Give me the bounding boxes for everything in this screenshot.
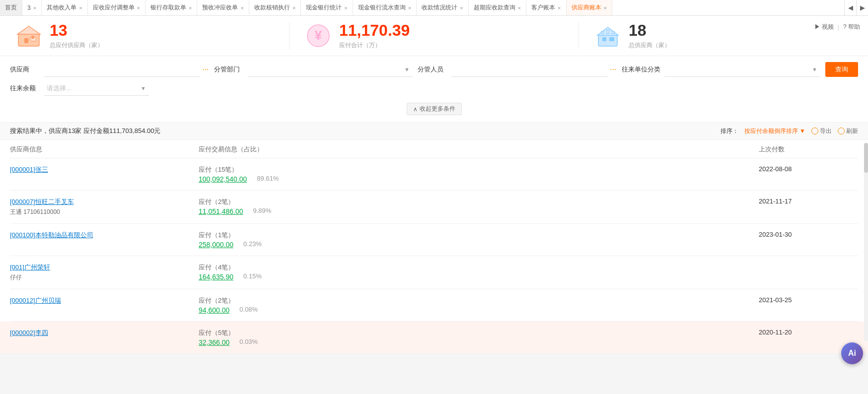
filter-row-2: 往来余额 请选择... ▼ <box>10 81 858 96</box>
tx-label-row5: 应付（2笔） <box>199 296 759 305</box>
svg-rect-7 <box>598 34 617 46</box>
close-tab-verify[interactable]: × <box>292 5 295 11</box>
nav-tab-customer-book[interactable]: 客户账本× <box>526 0 566 16</box>
refresh-button[interactable]: 刷新 <box>838 127 858 135</box>
nav-tab-bank[interactable]: 银行存取款单× <box>145 0 197 16</box>
nav-tab-cash-stat[interactable]: 现金银行统计× <box>301 0 353 16</box>
tx-amount-row6[interactable]: 32,366.00 <box>199 338 229 346</box>
nav-tab-other-income[interactable]: 其他收入单× <box>42 0 87 16</box>
result-actions: 排序： 按应付余额倒序排序 ▼ 导出 刷新 <box>721 127 858 135</box>
yen-icon-pink: ¥ <box>304 22 332 50</box>
stat-info-total-suppliers: 18总供应商（家） <box>629 22 670 50</box>
stat-info-payable-suppliers: 13总应付供应商（家） <box>50 22 103 50</box>
close-tab-cash-stat[interactable]: × <box>344 5 347 11</box>
collapse-bar: ∧ 收起更多条件 <box>10 100 858 116</box>
tx-label-row6: 应付（5笔） <box>199 328 759 337</box>
tx-amount-row5[interactable]: 94,600.00 <box>199 306 229 314</box>
balance-arrow: ▼ <box>141 85 146 91</box>
tx-amount-row1[interactable]: 100,092,540.00 <box>199 175 247 183</box>
supplier-name-row1[interactable]: [000001]张三 <box>10 166 48 173</box>
stat-number-total-suppliers: 18 <box>629 22 670 39</box>
collapse-chevron: ∧ <box>413 106 418 113</box>
help-link[interactable]: ? 帮助 <box>843 23 860 31</box>
transaction-col-row6: 应付（5笔）32,366.000.03% <box>199 328 759 346</box>
sort-label: 排序： <box>721 127 738 135</box>
dept-select[interactable]: ▼ <box>248 62 413 77</box>
supplier-name-row4[interactable]: [001]广州荣轩 <box>10 263 50 271</box>
tx-amount-row4[interactable]: 164,635.90 <box>199 273 233 281</box>
supplier-name-row3[interactable]: [000100]本特勒油品有限公司 <box>10 231 93 239</box>
transaction-col-row2: 应付（2笔）11,051,486.009.89% <box>199 197 759 215</box>
filter-category: 往来单位分类 ▼ <box>622 62 821 77</box>
nav-tab-verify[interactable]: 收款核销执行× <box>249 0 301 16</box>
close-tab-bank[interactable]: × <box>189 5 192 11</box>
export-button[interactable]: 导出 <box>811 127 832 135</box>
supplier-sub-row4: 仔仔 <box>10 273 199 282</box>
result-info: 搜索结果中，供应商13家 应付金额111,703,854.00元 <box>10 127 160 135</box>
nav-tab-prepay[interactable]: 预收冲应收单× <box>197 0 249 16</box>
person-dots[interactable]: ··· <box>610 65 616 74</box>
close-tab-customer-book[interactable]: × <box>558 5 561 11</box>
tx-label-row2: 应付（2笔） <box>199 197 759 206</box>
stat-label-payable-amount: 应付合计（万） <box>339 41 410 50</box>
top-right-links: ▶ 视频 | ? 帮助 <box>814 23 860 31</box>
tx-percent-row1: 89.61% <box>257 175 279 183</box>
supplier-name-row2[interactable]: [000007]恒旺二手叉车 <box>10 198 74 205</box>
nav-tab-cash-flow[interactable]: 现金银行流水查询× <box>353 0 417 16</box>
supplier-input[interactable] <box>44 62 200 77</box>
collapse-label: 收起更多条件 <box>420 105 455 113</box>
close-tab-adjust[interactable]: × <box>137 5 140 11</box>
filter-supplier: 供应商 ··· <box>10 62 209 77</box>
nav-tab-tab3[interactable]: 3× <box>22 0 42 16</box>
close-tab-receipt-stat[interactable]: × <box>460 5 463 11</box>
sort-value[interactable]: 按应付余额倒序排序 ▼ <box>744 127 805 135</box>
nav-tab-adjust[interactable]: 应收应付调整单× <box>88 0 145 16</box>
lastpay-col-row2: 2021-11-17 <box>759 197 858 205</box>
supplier-name-row6[interactable]: [000002]李四 <box>10 329 48 336</box>
balance-select[interactable]: 请选择... ▼ <box>44 81 149 96</box>
tx-percent-row3: 0.23% <box>243 240 262 249</box>
close-tab-supplier-book[interactable]: × <box>604 5 607 11</box>
close-tab-overdue[interactable]: × <box>518 5 521 11</box>
close-tab-other-income[interactable]: × <box>79 5 82 11</box>
stats-row: 13总应付供应商（家） ¥ 11,170.39应付合计（万） 18总供应商（家）… <box>0 16 868 56</box>
scrollbar[interactable] <box>864 143 868 341</box>
supplier-col-row6: [000002]李四 <box>10 328 199 337</box>
stat-info-payable-amount: 11,170.39应付合计（万） <box>339 22 410 50</box>
filter-person: 分管人员 ··· <box>418 62 617 77</box>
nav-tab-receipt-stat[interactable]: 收款情况统计× <box>417 0 468 16</box>
svg-text:¥: ¥ <box>315 28 322 43</box>
person-input[interactable] <box>451 62 608 77</box>
close-tab-tab3[interactable]: × <box>33 5 36 11</box>
supplier-dots[interactable]: ··· <box>202 65 209 74</box>
supplier-col-row1: [000001]张三 <box>10 165 199 174</box>
dept-arrow: ▼ <box>404 66 410 72</box>
close-tab-cash-flow[interactable]: × <box>408 5 411 11</box>
collapse-button[interactable]: ∧ 收起更多条件 <box>407 103 462 115</box>
close-tab-prepay[interactable]: × <box>240 5 243 11</box>
stat-number-payable-suppliers: 13 <box>50 22 103 39</box>
table-row-row3: [000100]本特勒油品有限公司应付（1笔）258,000.000.23%20… <box>10 224 858 256</box>
filter-balance: 往来余额 请选择... ▼ <box>10 81 149 96</box>
tx-amount-row3[interactable]: 258,000.00 <box>199 241 233 249</box>
nav-tab-supplier-book[interactable]: 供应商账本× <box>567 0 612 16</box>
query-button[interactable]: 查询 <box>825 62 858 77</box>
filter-area: 供应商 ··· 分管部门 ▼ 分管人员 ··· 往来单位分类 ▼ 查询 <box>0 56 868 123</box>
nav-tab-overdue[interactable]: 超期应收款查询× <box>469 0 526 16</box>
supplier-name-row5[interactable]: [000012]广州贝瑞 <box>10 297 61 304</box>
nav-tab-home[interactable]: 首页 <box>0 0 22 16</box>
category-select[interactable]: ▼ <box>664 62 821 77</box>
transaction-col-row3: 应付（1笔）258,000.000.23% <box>199 231 759 249</box>
tx-label-row1: 应付（15笔） <box>199 165 759 174</box>
table-row-row6: [000002]李四应付（5笔）32,366.000.03%2020-11-20 <box>0 322 868 354</box>
nav-prev-arrow[interactable]: ◀ <box>844 0 856 16</box>
table-header: 供应商信息 应付交易信息（占比） 上次付数 <box>10 140 858 158</box>
header-transaction: 应付交易信息（占比） <box>199 145 759 154</box>
tx-amount-row2[interactable]: 11,051,486.00 <box>199 207 243 215</box>
supplier-label: 供应商 <box>10 65 40 74</box>
nav-next-arrow[interactable]: ▶ <box>856 0 868 16</box>
top-navigation: 首页3×其他收入单×应收应付调整单×银行存取款单×预收冲应收单×收款核销执行×现… <box>0 0 868 16</box>
scrollbar-thumb[interactable] <box>864 143 868 173</box>
stat-block-payable-amount: ¥ 11,170.39应付合计（万） <box>289 22 579 50</box>
video-link[interactable]: ▶ 视频 <box>814 23 834 31</box>
